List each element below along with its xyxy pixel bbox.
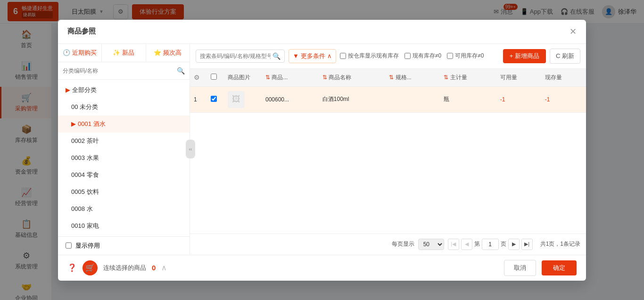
product-table: ⚙ 商品图片 ⇅ 商品... <box>190 69 586 113</box>
collapse-icon[interactable]: ∧ <box>161 263 167 272</box>
row-no: 1 <box>190 86 207 112</box>
new-icon: ✨ <box>113 49 120 56</box>
table-row[interactable]: 1 🖼 000600... 白酒100ml 瓶 <box>190 86 586 112</box>
category-item-0004[interactable]: 0004 零食 <box>58 167 190 183</box>
tab-frequent[interactable]: ⭐ 频次高 <box>146 44 190 62</box>
expand-icon: ▶ <box>66 86 70 93</box>
show-disabled-checkbox[interactable] <box>66 242 72 249</box>
th-image: 商品图片 <box>224 69 262 87</box>
th-name[interactable]: ⇅ 商品名称 <box>319 69 385 87</box>
next-page-button[interactable]: ▶ <box>508 239 520 250</box>
search-icon[interactable]: 🔍 <box>272 52 281 60</box>
checkbox-warehouse-label[interactable]: 按仓库显示现有库存 <box>340 52 399 60</box>
row-image: 🖼 <box>224 86 262 112</box>
th-current: 现存量 <box>541 69 586 87</box>
category-tabs: 🕐 近期购买 ✨ 新品 ⭐ 频次高 <box>58 44 190 62</box>
add-product-button[interactable]: + 新增商品 <box>503 49 546 63</box>
clock-icon: 🕐 <box>63 49 70 56</box>
category-item-label: 0002 茶叶 <box>71 137 99 145</box>
prev-page-button[interactable]: ◀ <box>461 239 472 250</box>
modal-close-button[interactable]: ✕ <box>570 26 577 37</box>
row-spec <box>385 86 440 112</box>
cart-label: 连续选择的商品 <box>103 264 146 272</box>
tab-recent[interactable]: 🕐 近期购买 <box>58 44 101 62</box>
product-panel: 🔍 ▼ 更多条件 ∧ 按仓库显示现有库存 <box>190 44 586 255</box>
per-page-select[interactable]: 10 20 50 100 <box>418 239 444 250</box>
category-list: ▶ 全部分类 00 未分类 ▶ 0001 酒水 0002 茶叶 0003 水果 <box>58 80 190 236</box>
category-collapse-button[interactable]: ‹‹ <box>186 140 195 158</box>
category-item-00[interactable]: 00 未分类 <box>58 99 190 116</box>
refresh-button[interactable]: C 刷新 <box>550 49 580 64</box>
filter-button[interactable]: ▼ 更多条件 ∧ <box>289 49 336 63</box>
checkbox-usable-label[interactable]: 可用库存≠0 <box>447 52 484 60</box>
th-checkbox[interactable] <box>207 69 224 87</box>
category-item-label: 0001 酒水 <box>78 120 106 128</box>
modal-footer: ❓ 🛒 连续选择的商品 0 ∧ 取消 确定 <box>58 255 586 281</box>
category-item-0002[interactable]: 0002 茶叶 <box>58 133 190 150</box>
row-unit: 瓶 <box>440 86 496 112</box>
help-icon[interactable]: ❓ <box>67 263 77 272</box>
select-all-checkbox[interactable] <box>211 74 217 80</box>
show-disabled-label[interactable]: 显示停用 <box>75 242 100 250</box>
cancel-button[interactable]: 取消 <box>504 260 536 276</box>
last-page-button[interactable]: ▶| <box>521 239 533 250</box>
checkbox-warehouse[interactable] <box>340 53 346 59</box>
category-item-0005[interactable]: 0005 饮料 <box>58 183 190 200</box>
th-code[interactable]: ⇅ 商品... <box>262 69 319 87</box>
filter-icon: ▼ <box>293 52 299 59</box>
category-item-label: 0010 家电 <box>71 222 99 230</box>
cart-button[interactable]: 🛒 <box>83 260 98 275</box>
chevron-left-icon: ‹‹ <box>189 147 192 152</box>
modal-overlay: 商品参照 ✕ 🕐 近期购买 ✨ 新品 <box>0 0 644 300</box>
row-checkbox[interactable] <box>207 86 224 112</box>
tab-new[interactable]: ✨ 新品 <box>102 44 145 62</box>
pager: |◀ ◀ 第 页 ▶ ▶| <box>448 239 533 250</box>
th-settings[interactable]: ⚙ <box>190 69 207 87</box>
product-search-box: 🔍 <box>196 50 285 63</box>
page-label: 第 <box>474 240 480 248</box>
sort-arrows: ⇅ <box>265 74 270 81</box>
gear-icon: ⚙ <box>194 74 200 81</box>
row-available: -1 <box>496 86 541 112</box>
row-code: 000600... <box>262 86 319 112</box>
category-item-label: 0004 零食 <box>71 171 99 179</box>
th-available: 可用量 <box>496 69 541 87</box>
expand-icon: ▶ <box>71 120 76 127</box>
show-disabled-row: 显示停用 <box>58 236 190 255</box>
row-select-checkbox[interactable] <box>211 96 217 102</box>
page-total: 共1页，1条记录 <box>540 240 580 248</box>
confirm-button[interactable]: 确定 <box>542 260 577 275</box>
page-of: 页 <box>501 240 506 248</box>
modal-body: 🕐 近期购买 ✨ 新品 ⭐ 频次高 <box>58 44 586 255</box>
per-page-label: 每页显示 <box>392 240 414 248</box>
category-item-0001[interactable]: ▶ 0001 酒水 <box>58 116 190 133</box>
first-page-button[interactable]: |◀ <box>448 239 459 250</box>
category-item-label: 0008 水 <box>71 205 93 213</box>
category-search-icon[interactable]: 🔍 <box>177 67 185 75</box>
checkbox-available-label[interactable]: 现有库存≠0 <box>405 52 441 60</box>
category-item-0008[interactable]: 0008 水 <box>58 200 190 217</box>
modal-header: 商品参照 ✕ <box>58 20 586 44</box>
checkbox-available[interactable] <box>405 53 411 59</box>
category-item-all[interactable]: ▶ 全部分类 <box>58 82 190 99</box>
category-item-label: 全部分类 <box>72 86 97 94</box>
page-input[interactable] <box>482 239 499 250</box>
category-search-input[interactable] <box>63 67 174 74</box>
th-spec[interactable]: ⇅ 规格... <box>385 69 440 87</box>
product-pagination: 每页显示 10 20 50 100 |◀ ◀ 第 页 ▶ ▶| <box>190 233 586 255</box>
filter-checkboxes: 按仓库显示现有库存 现有库存≠0 可用库存≠0 <box>340 52 484 60</box>
product-search-input[interactable] <box>200 53 271 59</box>
sort-arrows: ⇅ <box>389 74 394 81</box>
selected-count: 0 <box>152 264 156 272</box>
row-name: 白酒100ml <box>319 86 385 112</box>
category-panel: 🕐 近期购买 ✨ 新品 ⭐ 频次高 <box>58 44 190 255</box>
category-item-0003[interactable]: 0003 水果 <box>58 150 190 167</box>
checkbox-usable[interactable] <box>447 53 453 59</box>
category-search: 🔍 <box>58 62 190 80</box>
product-table-container: ⚙ 商品图片 ⇅ 商品... <box>190 69 586 233</box>
table-header: ⚙ 商品图片 ⇅ 商品... <box>190 69 586 87</box>
category-item-0010[interactable]: 0010 家电 <box>58 217 190 234</box>
th-unit[interactable]: ⇅ 主计量 <box>440 69 496 87</box>
checkbox-warehouse-text: 按仓库显示现有库存 <box>348 52 399 60</box>
star-icon: ⭐ <box>154 49 161 56</box>
